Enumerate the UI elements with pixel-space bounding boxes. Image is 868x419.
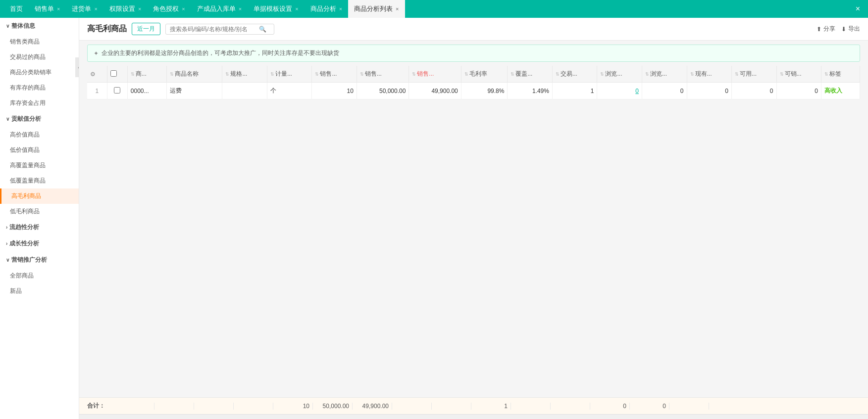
content-area: 高毛利商品 近一月 🔍 ⬆ 分享 ⬇ 导出 ✦ 企业的主要的利润都是这部分商品创…	[79, 18, 868, 419]
date-filter-button[interactable]: 近一月	[132, 23, 160, 35]
nav-permissions[interactable]: 权限设置 ×	[103, 0, 147, 18]
cell-gross-margin: 99.8%	[461, 83, 508, 99]
main-container: « ∨ 整体信息 销售类商品 交易过的商品 商品分类助销率 有库存的商品 库存资…	[0, 18, 868, 419]
footer-total-bar: 合计： 10 50,000.00 49,900.00 1 0 0	[79, 397, 868, 414]
gear-icon[interactable]: ⚙	[90, 71, 96, 78]
col-views2[interactable]: ⇅浏览...	[642, 66, 687, 83]
sidebar-item-high-margin[interactable]: 高毛利商品	[0, 188, 79, 204]
nav-roles[interactable]: 角色授权 ×	[147, 0, 191, 18]
sidebar-group-trend[interactable]: › 流趋性分析	[0, 219, 79, 235]
col-gear[interactable]: ⚙	[87, 66, 107, 83]
sidebar-item-stock-capital[interactable]: 库存资金占用	[0, 95, 79, 111]
sidebar-item-all-goods[interactable]: 全部商品	[0, 268, 79, 283]
close-icon[interactable]: ×	[138, 6, 141, 12]
sidebar-item-category-sales-rate[interactable]: 商品分类助销率	[0, 65, 79, 80]
top-navigation: 首页 销售单 × 进货单 × 权限设置 × 角色授权 × 产成品入库单 × 单据…	[0, 0, 868, 18]
sidebar-item-low-coverage[interactable]: 低覆盖量商品	[0, 173, 79, 188]
sidebar-group-marketing[interactable]: ∨ 营销推广分析	[0, 252, 79, 268]
col-gross-margin[interactable]: ⇅毛利率	[461, 66, 508, 83]
cell-name: 运费	[166, 83, 222, 99]
sidebar-item-in-stock-goods[interactable]: 有库存的商品	[0, 80, 79, 95]
nav-home[interactable]: 首页	[4, 0, 29, 18]
sidebar: « ∨ 整体信息 销售类商品 交易过的商品 商品分类助销率 有库存的商品 库存资…	[0, 18, 79, 419]
nav-product-analysis-list[interactable]: 商品分析列表 ×	[348, 0, 405, 18]
sidebar-item-high-value[interactable]: 高价值商品	[0, 127, 79, 142]
close-icon[interactable]: ×	[339, 6, 342, 12]
footer-cell-3	[194, 403, 234, 410]
cell-views1[interactable]: 0	[597, 83, 642, 99]
col-transactions[interactable]: ⇅交易...	[552, 66, 597, 83]
row-checkbox-cell	[107, 83, 127, 99]
cell-saleable-stock: 0	[776, 83, 821, 99]
footer-cell-2	[154, 403, 194, 410]
info-icon: ✦	[94, 50, 99, 57]
sidebar-item-sales-goods[interactable]: 销售类商品	[0, 34, 79, 49]
close-icon[interactable]: ×	[396, 6, 399, 12]
footer-cell-5: 10	[273, 403, 313, 410]
sidebar-collapse-button[interactable]: «	[75, 57, 79, 77]
cell-sales-qty: 10	[312, 83, 357, 99]
sidebar-item-low-margin[interactable]: 低毛利商品	[0, 204, 79, 219]
cell-current-stock: 0	[687, 83, 732, 99]
sidebar-group-growth[interactable]: › 成长性分析	[0, 235, 79, 252]
col-unit[interactable]: ⇅计量...	[267, 66, 312, 83]
chevron-right-icon: ›	[6, 225, 7, 230]
sidebar-item-traded-goods[interactable]: 交易过的商品	[0, 49, 79, 65]
table-header-row: ⚙ ⇅商... ⇅商品名称 ⇅规格... ⇅计量... ⇅销售... ⇅销售..…	[87, 66, 860, 83]
cell-sales-profit: 49,900.00	[409, 83, 461, 99]
sidebar-group-contribution[interactable]: ∨ 贡献值分析	[0, 111, 79, 127]
search-input[interactable]	[170, 26, 259, 33]
close-icon[interactable]: ×	[57, 6, 60, 12]
col-spec[interactable]: ⇅规格...	[222, 66, 267, 83]
col-code[interactable]: ⇅商...	[127, 66, 166, 83]
header-actions: ⬆ 分享 ⬇ 导出	[817, 25, 860, 33]
chevron-down-icon: ∨	[6, 116, 9, 122]
col-coverage[interactable]: ⇅覆盖...	[508, 66, 553, 83]
chevron-right-icon: ›	[6, 241, 7, 246]
sidebar-item-low-value[interactable]: 低价值商品	[0, 142, 79, 158]
close-all-tabs-button[interactable]: ×	[852, 4, 864, 13]
export-button[interactable]: ⬇ 导出	[841, 25, 860, 33]
col-sales-amount[interactable]: ⇅销售...	[357, 66, 408, 83]
col-available-stock[interactable]: ⇅可用...	[732, 66, 777, 83]
search-icon[interactable]: 🔍	[259, 26, 266, 33]
footer-cell-14: 0	[630, 403, 669, 410]
col-sales-profit[interactable]: ⇅销售...	[409, 66, 461, 83]
share-button[interactable]: ⬆ 分享	[817, 25, 835, 33]
col-saleable-stock[interactable]: ⇅可销...	[776, 66, 821, 83]
footer-cell-6: 50,000.00	[313, 403, 353, 410]
col-tag[interactable]: ⇅标签	[821, 66, 860, 83]
footer-cell-4	[234, 403, 273, 410]
horizontal-scrollbar[interactable]	[79, 414, 868, 419]
cell-sales-amount: 50,000.00	[357, 83, 408, 99]
nav-finished-goods[interactable]: 产成品入库单 ×	[191, 0, 248, 18]
nav-purchase[interactable]: 进货单 ×	[66, 0, 103, 18]
close-icon[interactable]: ×	[239, 6, 242, 12]
col-current-stock[interactable]: ⇅现有...	[687, 66, 732, 83]
footer-cell-9	[432, 403, 471, 410]
row-checkbox[interactable]	[114, 87, 120, 93]
select-all-checkbox[interactable]	[110, 70, 117, 77]
close-icon[interactable]: ×	[295, 6, 298, 12]
nav-sales[interactable]: 销售单 ×	[29, 0, 66, 18]
close-icon[interactable]: ×	[182, 6, 185, 12]
close-icon[interactable]: ×	[94, 6, 97, 12]
export-icon: ⬇	[841, 26, 846, 33]
share-icon: ⬆	[817, 26, 821, 33]
sidebar-group-overall[interactable]: ∨ 整体信息	[0, 18, 79, 34]
nav-product-analysis[interactable]: 商品分析 ×	[305, 0, 348, 18]
col-sales-qty[interactable]: ⇅销售...	[312, 66, 357, 83]
content-header: 高毛利商品 近一月 🔍 ⬆ 分享 ⬇ 导出	[79, 18, 868, 41]
sidebar-item-high-coverage[interactable]: 高覆盖量商品	[0, 158, 79, 173]
nav-template-settings[interactable]: 单据模板设置 ×	[248, 0, 304, 18]
sidebar-item-new-goods[interactable]: 新品	[0, 283, 79, 299]
footer-cell-1	[115, 403, 154, 410]
cell-transactions: 1	[552, 83, 597, 99]
row-number: 1	[87, 83, 107, 99]
cell-views2: 0	[642, 83, 687, 99]
footer-cell-11	[511, 403, 551, 410]
cell-coverage: 1.49%	[508, 83, 553, 99]
col-name[interactable]: ⇅商品名称	[166, 66, 222, 83]
cell-unit: 个	[267, 83, 312, 99]
col-views1[interactable]: ⇅浏览...	[597, 66, 642, 83]
